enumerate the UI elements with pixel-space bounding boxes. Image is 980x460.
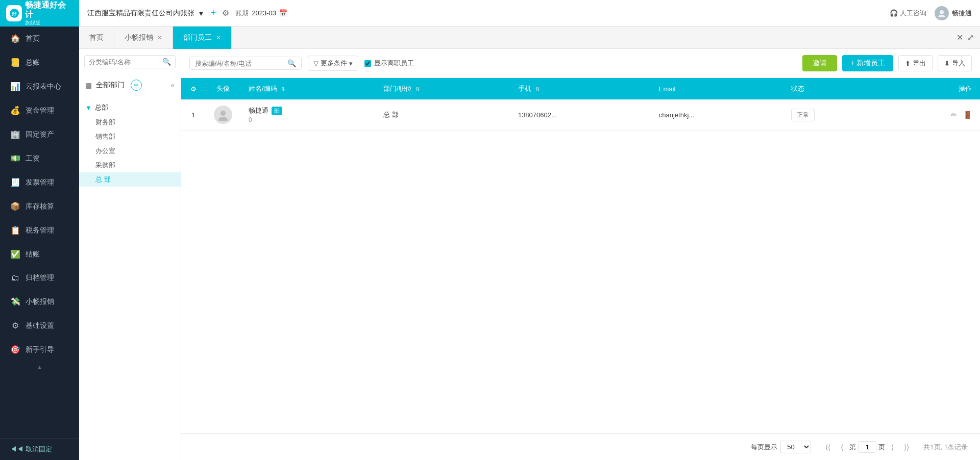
logout-icon[interactable]: 🚪 [963, 111, 972, 119]
sidebar-item-ledger-label: 总账 [26, 58, 40, 67]
guide-icon: 🎯 [10, 345, 20, 354]
inventory-icon: 📦 [10, 201, 20, 211]
logo-icon: 好 [6, 5, 22, 21]
main: 江西服宝精品有限责任公司内账张 ▼ + ⚙ 账期 2023-03 📅 🎧 人工咨… [79, 0, 980, 460]
support-button[interactable]: 🎧 人工咨询 [890, 9, 926, 18]
phone-sort-icon: ⇅ [535, 86, 540, 92]
sidebar-item-expense-label: 小畅报销 [26, 297, 54, 306]
first-page-button[interactable]: ⟨⟨ [821, 442, 835, 453]
action-icons: ✏ 🚪 [893, 111, 972, 119]
sidebar-item-assets[interactable]: 🏢 固定资产 [0, 122, 79, 146]
dept-search-box[interactable]: 🔍 [84, 55, 176, 68]
sidebar-item-payroll[interactable]: 💵 工资 [0, 146, 79, 170]
col-gear[interactable]: ⚙ [181, 78, 206, 99]
employee-search-input[interactable] [195, 60, 284, 67]
employee-code: 0 [249, 116, 367, 123]
expense-icon: 💸 [10, 297, 20, 306]
sidebar-item-funds[interactable]: 💰 资金管理 [0, 98, 79, 122]
employee-name: 畅捷通 部 [249, 106, 367, 115]
invite-button[interactable]: 邀请 [802, 55, 837, 71]
last-page-button[interactable]: ⟩⟩ [900, 442, 913, 453]
company-name: 江西服宝精品有限责任公司内账张 [87, 9, 194, 18]
tab-employee-close[interactable]: ✕ [216, 34, 221, 41]
grid-icon: ▦ [85, 81, 92, 89]
sidebar-item-settlement[interactable]: ✅ 结账 [0, 242, 79, 266]
show-resigned-checkbox[interactable]: 显示离职员工 [364, 59, 414, 68]
tabs-close-button[interactable]: ✕ [957, 33, 963, 42]
dept-child-finance[interactable]: 财务部 [79, 115, 181, 130]
dept-child-purchase[interactable]: 采购部 [79, 158, 181, 172]
topbar-settings-icon[interactable]: ⚙ [222, 8, 229, 18]
per-page-select[interactable]: 10 20 50 100 [780, 441, 811, 453]
page-input[interactable] [858, 441, 876, 453]
filter-button[interactable]: ▽ 更多条件 ▾ [308, 56, 358, 71]
sidebar-item-home[interactable]: 🏠 首页 [0, 27, 79, 50]
col-status: 状态 [783, 78, 885, 99]
sidebar-item-settings[interactable]: ⚙ 基础设置 [0, 314, 79, 338]
employee-table: ⚙ 头像 姓名/编码 ⇅ 部门/职位 ⇅ [181, 78, 980, 131]
page-total: 共1页, 1条记录 [923, 443, 968, 452]
add-company-button[interactable]: + [211, 8, 216, 18]
dept-child-sales[interactable]: 销售部 [79, 130, 181, 144]
dept-collapse-icon[interactable]: « [170, 81, 175, 89]
col-dept[interactable]: 部门/职位 ⇅ [375, 78, 510, 99]
export-button[interactable]: ⬆ 导出 [898, 55, 933, 71]
name-sort-icon: ⇅ [281, 86, 285, 92]
sidebar-item-settlement-label: 结账 [26, 250, 40, 259]
tab-employee[interactable]: 部门员工 ✕ [173, 27, 232, 49]
dept-edit-icon[interactable]: ✏ [131, 80, 142, 91]
row-dept: 总 部 [375, 99, 510, 131]
import-button[interactable]: ⬇ 导入 [938, 55, 972, 71]
logo-trial: 旗舰版 [25, 19, 73, 27]
sidebar-item-expense[interactable]: 💸 小畅报销 [0, 290, 79, 314]
dept-search-icon: 🔍 [162, 58, 171, 66]
invoice-icon: 🧾 [10, 177, 20, 187]
employee-search-icon[interactable]: 🔍 [287, 59, 296, 67]
prev-page-button[interactable]: ⟨ [837, 442, 847, 453]
username: 畅捷通 [952, 9, 972, 18]
dept-child-office[interactable]: 办公室 [79, 144, 181, 158]
cancel-fixed-label: ◀◀ 取消固定 [10, 445, 52, 454]
tab-home-label: 首页 [89, 33, 104, 42]
sidebar-item-ledger[interactable]: 📒 总账 [0, 50, 79, 74]
tabs-expand-button[interactable]: ⤢ [967, 33, 974, 42]
user-menu[interactable]: 畅捷通 [935, 6, 972, 20]
col-actions: 操作 [885, 78, 980, 99]
sidebar-item-reports[interactable]: 📊 云报表中心 [0, 74, 79, 98]
dept-search-input[interactable] [89, 58, 159, 66]
calendar-icon[interactable]: 📅 [279, 9, 287, 17]
company-selector[interactable]: 江西服宝精品有限责任公司内账张 ▼ [87, 9, 205, 18]
tab-expense-close[interactable]: ✕ [157, 34, 162, 41]
row-avatar [206, 99, 240, 131]
logo-name: 畅捷通好会计 [25, 0, 73, 19]
edit-icon[interactable]: ✏ [951, 111, 957, 119]
logo-area: 好 畅捷通好会计 旗舰版 [0, 0, 79, 27]
toolbar-right: 邀请 + 新增员工 ⬆ 导出 ⬇ 导入 [802, 55, 972, 71]
tab-expense-label: 小畅报销 [125, 33, 153, 42]
sidebar-item-guide[interactable]: 🎯 新手引导 [0, 338, 79, 362]
add-employee-button[interactable]: + 新增员工 [842, 55, 893, 71]
dept-child-general[interactable]: 总 部 [79, 172, 181, 187]
topbar-right: 🎧 人工咨询 畅捷通 [890, 6, 972, 20]
cancel-fixed-button[interactable]: ◀◀ 取消固定 [0, 438, 79, 460]
col-name[interactable]: 姓名/编码 ⇅ [240, 78, 375, 99]
dept-all-button[interactable]: ▦ 全部部门 ✏ « [79, 76, 181, 94]
tab-home[interactable]: 首页 [79, 27, 114, 49]
sidebar-item-tax[interactable]: 📋 税务管理 [0, 218, 79, 242]
dropdown-icon: ▼ [198, 9, 205, 17]
employee-search-box[interactable]: 🔍 [189, 57, 302, 70]
next-page-button[interactable]: ⟩ [887, 442, 898, 453]
headset-icon: 🎧 [890, 9, 898, 17]
sidebar-item-archive[interactable]: 🗂 归档管理 [0, 266, 79, 290]
sidebar-item-inventory[interactable]: 📦 库存核算 [0, 194, 79, 218]
dept-sort-icon: ⇅ [415, 86, 420, 92]
sidebar-item-invoice[interactable]: 🧾 发票管理 [0, 170, 79, 194]
row-email: chanjethkj... [651, 99, 783, 131]
row-index: 1 [181, 99, 206, 131]
dept-group-header-main[interactable]: ▼ 总部 [79, 100, 181, 115]
col-avatar: 头像 [206, 78, 240, 99]
tab-expense[interactable]: 小畅报销 ✕ [114, 27, 173, 49]
show-resigned-input[interactable] [364, 60, 371, 67]
tax-icon: 📋 [10, 225, 20, 235]
col-phone[interactable]: 手机 ⇅ [510, 78, 651, 99]
